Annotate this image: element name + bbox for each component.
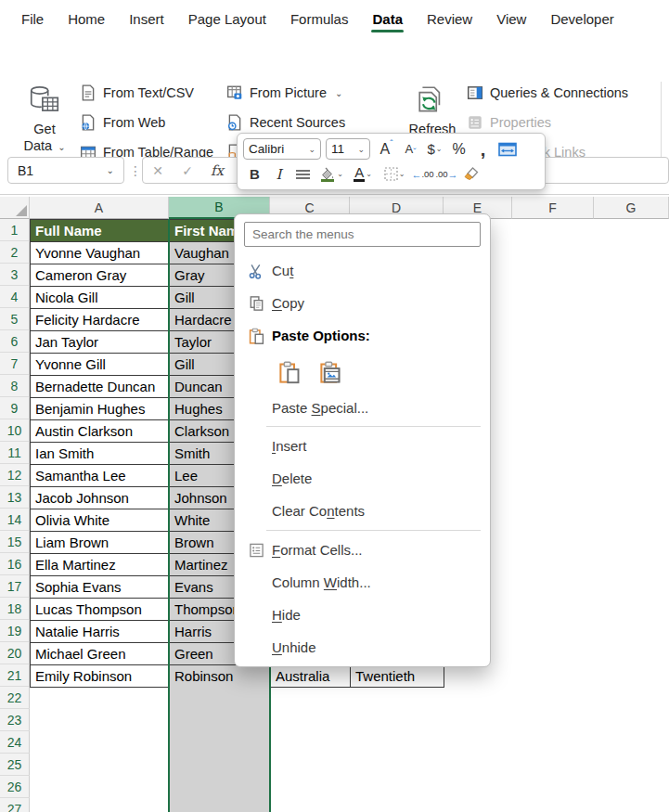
confirm-entry-icon[interactable]: ✓ [173,163,202,178]
menu-item-copy[interactable]: Copy [235,287,490,319]
row-header-16[interactable]: 16 [0,553,30,575]
cell-A13[interactable]: Jacob Johnson [30,486,170,509]
cell-A10[interactable]: Austin Clarkson [30,419,170,443]
ribbon-tab-page-layout[interactable]: Page Layout [176,0,278,37]
menu-item-hide[interactable]: Hide [235,599,490,631]
cell-A14[interactable]: Olivia White [30,509,170,532]
queries-connections-button[interactable]: Queries & Connections [467,81,628,105]
ribbon-tab-view[interactable]: View [484,0,538,37]
cell-A9[interactable]: Benjamin Hughes [30,397,170,420]
ribbon-tab-file[interactable]: File [9,0,56,37]
row-header-3[interactable]: 3 [0,264,30,286]
font-color-button[interactable]: A⌄ [348,163,378,186]
menu-item-paste-special[interactable]: Paste Special... [235,393,490,423]
row-header-13[interactable]: 13 [0,486,30,509]
from-text-csv-button[interactable]: From Text/CSV [80,81,194,105]
insert-function-icon[interactable]: fx [202,162,232,179]
cancel-entry-icon[interactable]: ✕ [143,163,173,178]
ribbon-tab-data[interactable]: Data [360,0,415,37]
bold-button[interactable]: B [243,163,266,186]
row-header-9[interactable]: 9 [0,397,30,419]
row-header-1[interactable]: 1 [0,219,30,241]
accounting-format-button[interactable]: $⌄ [423,138,446,161]
selected-column-fill[interactable] [170,687,269,812]
formula-bar-drag-handle[interactable]: ⋮ [129,157,142,184]
column-header-F[interactable]: F [512,197,594,219]
row-header-24[interactable]: 24 [0,731,30,754]
row-header-25[interactable]: 25 [0,754,30,776]
cell-A5[interactable]: Felicity Hardacre [30,308,170,331]
ribbon-tab-developer[interactable]: Developer [538,0,625,37]
select-all-corner[interactable] [0,197,30,219]
menu-item-unhide[interactable]: Unhide [235,631,490,664]
get-data-button[interactable]: Get Data ⌄ [14,80,75,156]
borders-button[interactable]: ⌄ [379,163,410,186]
increase-decimal-button[interactable]: ←.00 [411,163,434,186]
cell-A3[interactable]: Cameron Gray [30,264,170,287]
ribbon-tab-formulas[interactable]: Formulas [278,0,361,37]
row-header-15[interactable]: 15 [0,531,30,553]
cell-A7[interactable]: Yvonne Gill [30,353,170,376]
cell-A18[interactable]: Lucas Thompson [30,598,170,621]
autofit-width-icon[interactable] [495,138,519,161]
increase-font-size-button[interactable]: Aˆ [375,138,398,161]
row-header-26[interactable]: 26 [0,776,30,798]
row-header-22[interactable]: 22 [0,687,30,709]
fill-color-button[interactable]: ⌄ [315,163,347,186]
menu-item-insert[interactable]: Insert [235,430,490,462]
row-header-27[interactable]: 27 [0,798,30,812]
row-header-6[interactable]: 6 [0,330,30,353]
percent-style-button[interactable]: % [447,138,470,161]
cell-A1[interactable]: Full Name [30,219,170,242]
decrease-decimal-button[interactable]: .00→ [435,163,458,186]
cell-A11[interactable]: Ian Smith [30,442,170,465]
cell-A8[interactable]: Bernadette Duncan [30,375,170,398]
cell-A6[interactable]: Jan Taylor [30,330,170,354]
format-painter-icon[interactable] [459,163,482,186]
ribbon-tab-review[interactable]: Review [415,0,484,37]
cell-C21[interactable]: Australia [270,664,351,688]
ribbon-tab-home[interactable]: Home [56,0,117,37]
cell-A12[interactable]: Samantha Lee [30,464,170,487]
menu-item-column-width[interactable]: Column Width... [235,566,490,599]
row-header-20[interactable]: 20 [0,642,30,664]
name-box[interactable]: B1 ⌄ [7,157,124,184]
menu-item-delete[interactable]: Delete [235,462,490,495]
cell-D21[interactable]: Twentieth [350,664,444,688]
cell-A17[interactable]: Sophia Evans [30,575,170,599]
cell-A2[interactable]: Yvonne Vaughan [30,241,170,264]
cell-A20[interactable]: Michael Green [30,642,170,665]
row-header-23[interactable]: 23 [0,709,30,731]
row-header-8[interactable]: 8 [0,375,30,397]
recent-sources-button[interactable]: Recent Sources [226,110,345,135]
cell-A19[interactable]: Natalie Harris [30,620,170,643]
italic-button[interactable]: I [267,163,290,186]
row-header-21[interactable]: 21 [0,664,30,687]
row-header-4[interactable]: 4 [0,286,30,308]
row-header-17[interactable]: 17 [0,575,30,598]
cell-A16[interactable]: Ella Martinez [30,553,170,576]
paste-picture-button[interactable] [316,358,344,386]
row-header-19[interactable]: 19 [0,620,30,642]
align-center-icon[interactable] [291,163,315,186]
ribbon-tab-insert[interactable]: Insert [117,0,176,37]
cell-B21[interactable]: Robinson [169,664,271,688]
cell-A21[interactable]: Emily Robinson [30,664,170,688]
cell-A15[interactable]: Liam Brown [30,531,170,554]
row-header-11[interactable]: 11 [0,442,30,464]
menu-item-clear-contents[interactable]: Clear Contents [235,495,490,527]
font-size-select[interactable]: 11⌄ [326,138,370,160]
row-header-18[interactable]: 18 [0,598,30,620]
comma-style-button[interactable]: , [471,138,495,161]
row-header-10[interactable]: 10 [0,419,30,442]
column-header-A[interactable]: A [30,197,169,219]
from-web-button[interactable]: From Web [80,110,165,135]
row-header-14[interactable]: 14 [0,509,30,531]
row-header-2[interactable]: 2 [0,241,30,264]
font-name-select[interactable]: Calibri⌄ [243,138,321,160]
from-picture-button[interactable]: From Picture⌄ [226,81,342,105]
decrease-font-size-button[interactable]: Aˇ [399,138,422,161]
cell-A4[interactable]: Nicola Gill [30,286,170,309]
row-header-12[interactable]: 12 [0,464,30,486]
menu-item-cut[interactable]: Cut [235,254,490,287]
